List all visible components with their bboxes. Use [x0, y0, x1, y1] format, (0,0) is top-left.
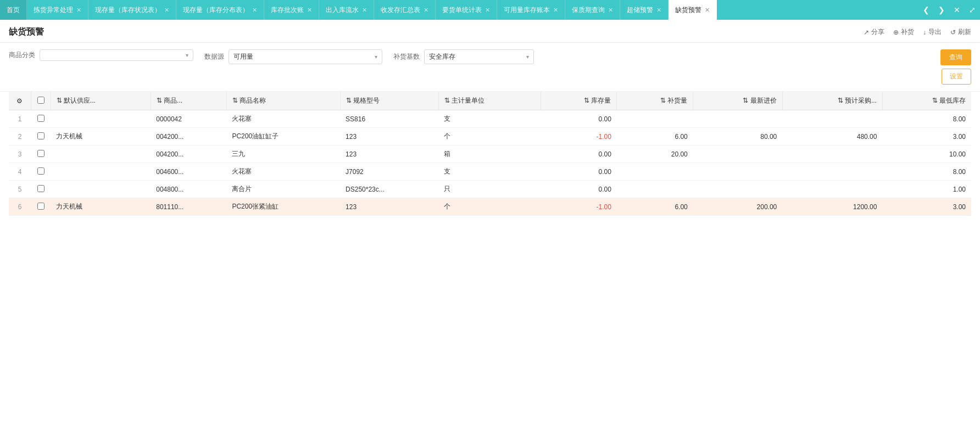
- row-inventory-5: 0.00: [541, 181, 617, 198]
- query-button[interactable]: 查询: [940, 49, 971, 65]
- col-product-name: ⇅ 商品名称: [226, 92, 340, 110]
- row-name-1: 火花塞: [226, 110, 340, 128]
- gear-icon[interactable]: ⚙: [16, 97, 23, 105]
- tab-close-abnormal[interactable]: ✕: [76, 7, 81, 14]
- row-checkbox-6[interactable]: [31, 198, 51, 216]
- tab-expiry-query[interactable]: 保质期查询 ✕: [565, 0, 620, 20]
- table-row: 1 0000042 火花塞 SS816 支 0.00 8.00: [9, 110, 971, 128]
- tab-batch-account[interactable]: 库存批次账 ✕: [264, 0, 319, 20]
- tab-prev-button[interactable]: ❮: [918, 0, 934, 20]
- col-price-sort-icon[interactable]: ⇅: [743, 97, 748, 104]
- tab-close-inventory-dist[interactable]: ✕: [252, 7, 257, 14]
- col-name-sort-icon[interactable]: ⇅: [232, 97, 238, 104]
- row-supplier-5: [51, 181, 151, 198]
- replenish-base-select[interactable]: 安全库存 ▾: [424, 49, 534, 64]
- category-chevron-icon: ▾: [186, 52, 188, 58]
- tab-close-collection-summary[interactable]: ✕: [424, 7, 428, 14]
- tab-inout-flow[interactable]: 出入库流水 ✕: [319, 0, 374, 20]
- row-estimated-purchase-6: 1200.00: [782, 198, 882, 216]
- row-latest-price-4: [693, 163, 782, 181]
- row-estimated-purchase-2: 480.00: [782, 128, 882, 145]
- tab-close-expiry-query[interactable]: ✕: [608, 7, 613, 14]
- row-num-5: 5: [9, 181, 31, 198]
- row-supplier-6: 力天机械: [51, 198, 151, 216]
- settings-button[interactable]: 设置: [942, 69, 971, 85]
- tab-close-all-button[interactable]: ✕: [949, 0, 965, 20]
- col-unit: ⇅ 主计量单位: [438, 92, 541, 110]
- row-checkbox-4[interactable]: [31, 163, 51, 181]
- table-row: 2 力天机械 004200... PC200油缸缸子 123 个 -1.00 6…: [9, 128, 971, 145]
- tab-close-demand-stats[interactable]: ✕: [485, 7, 490, 14]
- col-supplier-sort-icon[interactable]: ⇅: [57, 97, 62, 104]
- tab-next-button[interactable]: ❯: [934, 0, 949, 20]
- row-name-4: 火花塞: [226, 163, 340, 181]
- row-supplier-1: [51, 110, 151, 128]
- chevron-right-icon: ❯: [938, 5, 945, 14]
- row-num-4: 4: [9, 163, 31, 181]
- table-row: 4 004600... 火花塞 J7092 支 0.00 8.00: [9, 163, 971, 181]
- category-select[interactable]: ▾: [40, 49, 193, 61]
- col-unit-sort-icon[interactable]: ⇅: [444, 97, 450, 104]
- close-all-icon: ✕: [954, 5, 960, 14]
- row-checkbox-5[interactable]: [31, 181, 51, 198]
- col-min-sort-icon[interactable]: ⇅: [932, 97, 938, 104]
- row-latest-price-3: [693, 145, 782, 163]
- tab-close-batch-account[interactable]: ✕: [307, 7, 312, 14]
- datasource-select[interactable]: 可用量 ▾: [229, 49, 382, 64]
- row-spec-1: SS816: [340, 110, 438, 128]
- page-title: 缺货预警: [9, 26, 44, 38]
- tab-close-inout-flow[interactable]: ✕: [362, 7, 367, 14]
- row-spec-3: 123: [340, 145, 438, 163]
- fullscreen-icon: ⤢: [969, 5, 976, 14]
- row-checkbox-2[interactable]: [31, 128, 51, 145]
- row-latest-price-5: [693, 181, 782, 198]
- row-select-4[interactable]: [37, 167, 44, 175]
- row-inventory-4: 0.00: [541, 163, 617, 181]
- tab-close-inventory-status[interactable]: ✕: [164, 7, 169, 14]
- col-estimated-purchase: ⇅ 预计采购...: [782, 92, 882, 110]
- col-spec-sort-icon[interactable]: ⇅: [346, 97, 352, 104]
- chevron-left-icon: ❮: [923, 5, 929, 14]
- row-select-5[interactable]: [37, 185, 44, 192]
- tab-close-shortage[interactable]: ✕: [705, 7, 710, 14]
- tab-shortage[interactable]: 缺货预警 ✕: [669, 0, 717, 20]
- col-estimated-sort-icon[interactable]: ⇅: [838, 97, 843, 104]
- col-checkbox: [31, 92, 51, 110]
- col-replenish-sort-icon[interactable]: ⇅: [660, 97, 666, 104]
- row-code-6: 801110...: [151, 198, 226, 216]
- row-unit-5: 只: [438, 181, 541, 198]
- row-code-1: 0000042: [151, 110, 226, 128]
- col-min-inventory: ⇅ 最低库存: [882, 92, 971, 110]
- tab-inventory-status[interactable]: 现存量（库存状况表） ✕: [88, 0, 176, 20]
- row-select-2[interactable]: [37, 132, 44, 139]
- row-spec-6: 123: [340, 198, 438, 216]
- tab-demand-stats[interactable]: 要货单统计表 ✕: [436, 0, 497, 20]
- tab-abnormal[interactable]: 拣货异常处理 ✕: [27, 0, 88, 20]
- table-header-row: ⚙ ⇅ 默认供应... ⇅ 商品... ⇅ 商品名称: [9, 92, 971, 110]
- row-replenish-qty-5: [617, 181, 693, 198]
- share-button[interactable]: ↗ 分享: [864, 27, 884, 37]
- refresh-button[interactable]: ↺ 刷新: [950, 27, 971, 37]
- row-select-1[interactable]: [37, 115, 44, 122]
- tab-close-overstock[interactable]: ✕: [656, 7, 661, 14]
- row-latest-price-1: [693, 110, 782, 128]
- tab-close-available-ledger[interactable]: ✕: [553, 7, 558, 14]
- tab-collection-summary[interactable]: 收发存汇总表 ✕: [374, 0, 436, 20]
- tab-available-ledger[interactable]: 可用量库存账本 ✕: [497, 0, 565, 20]
- export-button[interactable]: ↓ 导出: [923, 27, 942, 37]
- tab-home[interactable]: 首页: [0, 0, 27, 20]
- col-code-sort-icon[interactable]: ⇅: [157, 97, 162, 104]
- row-checkbox-1[interactable]: [31, 110, 51, 128]
- col-inventory-sort-icon[interactable]: ⇅: [584, 97, 589, 104]
- row-select-6[interactable]: [37, 203, 44, 210]
- tab-overstock[interactable]: 超储预警 ✕: [620, 0, 669, 20]
- tab-inventory-dist[interactable]: 现存量（库存分布表） ✕: [176, 0, 264, 20]
- replenish-button[interactable]: ⊕ 补货: [893, 27, 914, 37]
- select-all-checkbox[interactable]: [37, 97, 44, 104]
- row-replenish-qty-2: 6.00: [617, 128, 693, 145]
- row-select-3[interactable]: [37, 150, 44, 157]
- replenish-base-label: 补货基数: [393, 52, 420, 61]
- row-checkbox-3[interactable]: [31, 145, 51, 163]
- fullscreen-button[interactable]: ⤢: [965, 0, 980, 20]
- row-supplier-4: [51, 163, 151, 181]
